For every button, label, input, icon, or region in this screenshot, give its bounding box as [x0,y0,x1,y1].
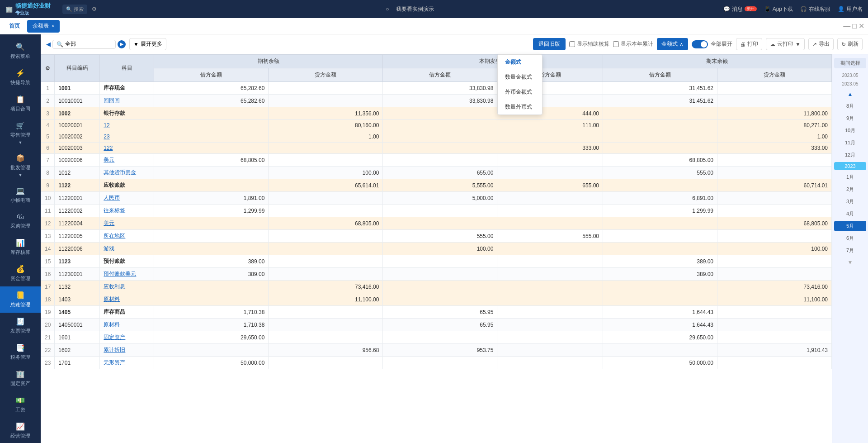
show-assist-input[interactable] [569,41,575,47]
back-btn[interactable]: 退回旧版 [533,38,566,50]
table-row-name[interactable]: 应收账款 [100,179,154,192]
demo-text[interactable]: 我要看实例演示 [396,5,434,13]
table-row-oc [269,357,383,369]
table-row-name[interactable]: 美元 [100,217,154,230]
user-avatar[interactable]: 👤 用户名 [838,5,863,13]
message-btn[interactable]: 💬 消息 99+ [723,5,757,13]
sidebar-item-finance[interactable]: 💰 资金管理 [0,260,41,286]
dropdown-item-qty-fx[interactable]: 数量外币式 [498,100,542,114]
table-row-od [154,107,269,120]
month-1[interactable]: 1月 [834,172,866,182]
table-row-name[interactable]: 库存现金 [100,82,154,95]
sidebar-item-retail[interactable]: 🛒 零售管理 ▼ [0,117,41,149]
sidebar-item-purchase[interactable]: 🛍 采购管理 [0,208,41,234]
table-row-no: 22 [41,344,55,357]
all-expand-toggle[interactable]: 全部展开 [692,40,732,48]
month-5[interactable]: 5月 [834,221,866,231]
tab-bar-right: — □ ✕ [843,22,864,30]
table-row-name[interactable]: 所在地区 [100,230,154,243]
table-row-name[interactable]: 回回回 [100,95,154,107]
search-confirm-icon[interactable]: ▶ [118,40,126,48]
month-6[interactable]: 6月 [834,233,866,243]
table-row-name[interactable]: 银行存款 [100,107,154,120]
tab-balance[interactable]: 余额表 × [27,20,60,33]
table-row-name[interactable]: 应收利息 [100,281,154,293]
table-row-name[interactable]: 其他货币资金 [100,167,154,179]
nav-back-icon[interactable]: ◀ [46,41,51,48]
table-row-cd: 65.95 [383,306,497,319]
table-row-name[interactable]: 无形资产 [100,357,154,369]
table-row-od: 68,805.00 [154,154,269,167]
month-8[interactable]: 8月 [834,101,866,111]
table-row-name[interactable]: 固定资产 [100,331,154,344]
sidebar-item-salary[interactable]: 💵 工资 [0,391,41,418]
month-11[interactable]: 11月 [834,138,866,148]
print-btn[interactable]: 🖨 打印 [736,38,762,50]
tab-close-btn[interactable]: × [52,24,54,29]
table-row-name[interactable]: 预付账款 [100,255,154,268]
show-assist-checkbox[interactable]: 显示辅助核算 [569,40,609,48]
sidebar-item-quicknav[interactable]: ⚡ 快捷导航 [0,64,41,91]
tab-windowclose-icon[interactable]: ✕ [859,22,864,30]
search-bar-placeholder[interactable]: 🔍 搜索 [66,6,84,13]
sidebar-item-assets[interactable]: 🏢 固定资产 [0,365,41,391]
table-row-name[interactable]: 人民币 [100,192,154,205]
table-row-ed [603,230,717,243]
month-10[interactable]: 10月 [834,125,866,136]
expand-btn[interactable]: ▼ 展开更多 [129,38,166,50]
table-row-name[interactable]: 预付账款美元 [100,268,154,281]
app-download-btn[interactable]: 📱 App下载 [764,5,793,13]
table-row-name[interactable]: 累计折旧 [100,344,154,357]
mode-btn[interactable]: 金额式 ∧ [657,38,688,50]
tab-minimize-icon[interactable]: — [843,22,850,30]
table-row-name[interactable]: 美元 [100,154,154,167]
show-year-checkbox[interactable]: 显示本年累计 [613,40,653,48]
month-2[interactable]: 2月 [834,184,866,195]
year-2023[interactable]: 2023 [834,162,866,170]
tab-maximize-icon[interactable]: □ [852,22,857,30]
export-btn[interactable]: ↗ 导出 [808,38,834,50]
tab-home[interactable]: 首页 [4,20,25,33]
month-9[interactable]: 9月 [834,113,866,124]
sidebar-item-operations[interactable]: 📈 经营管理 [0,418,41,443]
month-7[interactable]: 7月 [834,245,866,256]
sidebar-item-search[interactable]: 🔍 搜索菜单 [0,38,41,64]
table-row-name[interactable]: 原材料 [100,293,154,306]
sidebar-item-ledger[interactable]: 📒 总账管理 [0,286,41,313]
purchase-icon: 🛍 [17,213,24,221]
table-row-name[interactable]: 23 [100,131,154,143]
table-row-name[interactable]: 库存商品 [100,306,154,319]
table-row-name[interactable]: 122 [100,143,154,154]
sidebar-item-tax[interactable]: 📑 税务管理 [0,339,41,365]
dropdown-item-fx-amount[interactable]: 外币金额式 [498,85,542,100]
th-oc: 贷方金额 [269,68,383,82]
search-input[interactable] [65,41,110,48]
table-row-name[interactable]: 往来标签 [100,205,154,217]
scroll-down-icon[interactable]: ▼ [848,259,853,266]
show-year-input[interactable] [613,41,619,47]
search-nav-area: ◀ 🔍 ▶ [46,40,126,49]
sidebar-item-wholesale[interactable]: 📦 批发管理 ▼ [0,149,41,182]
sidebar-item-invoice[interactable]: 🧾 发票管理 [0,313,41,339]
refresh-btn[interactable]: ↻ 刷新 [837,38,863,50]
table-row-name[interactable]: 原材料 [100,319,154,331]
scroll-up-icon[interactable]: ▲ [848,91,853,97]
sidebar-item-inventory[interactable]: 📊 库存核算 [0,234,41,260]
dropdown-item-qty-amount[interactable]: 数量金额式 [498,70,542,85]
online-service-btn[interactable]: 🎧 在线客服 [800,5,830,13]
sidebar-item-ecommerce[interactable]: 💻 小畅电商 [0,182,41,208]
dropdown-item-amount[interactable]: 金额式 [498,55,542,70]
toggle-track[interactable] [692,40,708,48]
settings-icon[interactable]: ⚙ [92,6,97,12]
table-row-name[interactable]: 12 [100,120,154,131]
month-3[interactable]: 3月 [834,196,866,207]
table-row-name[interactable]: 游戏 [100,243,154,255]
sidebar-item-project[interactable]: 📋 项目合同 [0,91,41,117]
table-row-cc [497,331,603,344]
search-box[interactable]: 🔍 [52,40,116,49]
month-4[interactable]: 4月 [834,209,866,219]
month-12[interactable]: 12月 [834,150,866,160]
th-settings[interactable]: ⚙ [41,55,55,82]
table-row-cd: 65.95 [383,319,497,331]
cloud-print-btn[interactable]: ☁ 云打印 ▼ [766,38,805,50]
